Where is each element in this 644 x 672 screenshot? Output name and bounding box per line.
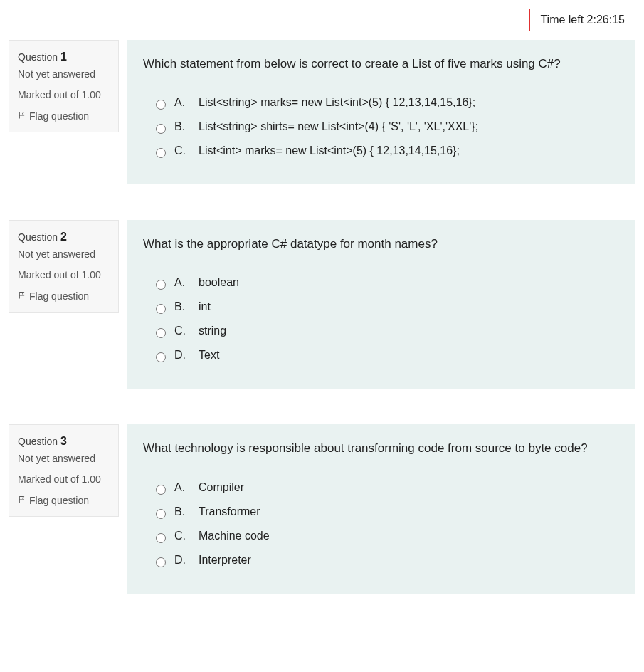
option-row[interactable]: A. boolean bbox=[156, 271, 620, 295]
option-row[interactable]: C. Machine code bbox=[156, 524, 620, 548]
option-radio[interactable] bbox=[156, 148, 166, 158]
option-row[interactable]: A. List<string> marks= new List<int>(5) … bbox=[156, 90, 620, 115]
option-row[interactable]: C. string bbox=[156, 319, 620, 343]
option-text: List<string> marks= new List<int>(5) { 1… bbox=[199, 96, 620, 109]
option-letter: C. bbox=[174, 145, 190, 157]
flag-question-link[interactable]: Flag question bbox=[18, 110, 89, 122]
question-prefix: Question bbox=[18, 436, 58, 447]
question-content: Which statement from below is correct to… bbox=[127, 40, 635, 184]
option-radio[interactable] bbox=[156, 485, 166, 495]
question-marked: Marked out of 1.00 bbox=[18, 473, 110, 486]
option-letter: B. bbox=[174, 120, 190, 133]
flag-icon bbox=[18, 110, 26, 122]
option-row[interactable]: D. Interpreter bbox=[156, 548, 620, 572]
question-marked: Marked out of 1.00 bbox=[18, 88, 110, 102]
question-sidebar: Question 3 Not yet answered Marked out o… bbox=[9, 424, 119, 517]
option-row[interactable]: B. Transformer bbox=[156, 500, 620, 524]
option-radio[interactable] bbox=[156, 557, 166, 567]
option-text: Interpreter bbox=[199, 554, 620, 567]
question-status: Not yet answered bbox=[18, 68, 110, 81]
question-text: What technology is responsible about tra… bbox=[143, 439, 620, 458]
question-number: 1 bbox=[60, 51, 67, 63]
option-text: Machine code bbox=[199, 530, 620, 542]
flag-text: Flag question bbox=[29, 110, 89, 122]
options-list: A. List<string> marks= new List<int>(5) … bbox=[143, 90, 620, 163]
flag-text: Flag question bbox=[29, 495, 89, 506]
quiz-timer: Time left 2:26:15 bbox=[529, 9, 635, 31]
question-prefix: Question bbox=[18, 231, 58, 243]
flag-question-link[interactable]: Flag question bbox=[18, 290, 89, 302]
question-block: Question 2 Not yet answered Marked out o… bbox=[9, 220, 635, 389]
question-text: What is the appropriate C# datatype for … bbox=[143, 234, 620, 253]
flag-icon bbox=[18, 290, 26, 302]
question-status: Not yet answered bbox=[18, 452, 110, 466]
option-letter: D. bbox=[174, 349, 190, 362]
option-text: List<string> shirts= new List<int>(4) { … bbox=[199, 120, 620, 133]
timer-value: 2:26:15 bbox=[587, 14, 625, 26]
option-text: boolean bbox=[199, 276, 620, 289]
option-row[interactable]: B. List<string> shirts= new List<int>(4)… bbox=[156, 115, 620, 139]
question-content: What technology is responsible about tra… bbox=[127, 424, 635, 593]
question-number: 3 bbox=[60, 435, 67, 447]
option-row[interactable]: D. Text bbox=[156, 343, 620, 367]
option-radio[interactable] bbox=[156, 509, 166, 519]
options-list: A. Compiler B. Transformer C. Machine co… bbox=[143, 476, 620, 572]
flag-text: Flag question bbox=[29, 290, 89, 302]
option-radio[interactable] bbox=[156, 100, 166, 110]
question-prefix: Question bbox=[18, 51, 58, 63]
option-radio[interactable] bbox=[156, 304, 166, 314]
option-radio[interactable] bbox=[156, 328, 166, 338]
question-sidebar: Question 2 Not yet answered Marked out o… bbox=[9, 220, 119, 313]
option-radio[interactable] bbox=[156, 280, 166, 290]
flag-question-link[interactable]: Flag question bbox=[18, 495, 89, 506]
question-block: Question 3 Not yet answered Marked out o… bbox=[9, 424, 635, 593]
option-letter: C. bbox=[174, 530, 190, 542]
question-status: Not yet answered bbox=[18, 248, 110, 261]
question-sidebar: Question 1 Not yet answered Marked out o… bbox=[9, 40, 119, 132]
question-content: What is the appropriate C# datatype for … bbox=[127, 220, 635, 389]
option-row[interactable]: C. List<int> marks= new List<int>(5) { 1… bbox=[156, 139, 620, 163]
option-letter: A. bbox=[174, 96, 190, 109]
option-text: Text bbox=[199, 349, 620, 362]
option-letter: B. bbox=[174, 300, 190, 313]
option-text: string bbox=[199, 325, 620, 337]
option-radio[interactable] bbox=[156, 533, 166, 543]
flag-icon bbox=[18, 495, 26, 506]
option-letter: B. bbox=[174, 505, 190, 518]
option-radio[interactable] bbox=[156, 352, 166, 362]
question-text: Which statement from below is correct to… bbox=[143, 54, 620, 73]
question-marked: Marked out of 1.00 bbox=[18, 268, 110, 282]
option-letter: A. bbox=[174, 481, 190, 494]
option-row[interactable]: B. int bbox=[156, 295, 620, 319]
option-text: Transformer bbox=[199, 505, 620, 518]
option-row[interactable]: A. Compiler bbox=[156, 476, 620, 500]
option-radio[interactable] bbox=[156, 124, 166, 134]
option-letter: A. bbox=[174, 276, 190, 289]
question-block: Question 1 Not yet answered Marked out o… bbox=[9, 40, 635, 184]
option-letter: D. bbox=[174, 554, 190, 567]
option-text: int bbox=[199, 300, 620, 313]
timer-label: Time left bbox=[540, 14, 584, 26]
options-list: A. boolean B. int C. string D. Text bbox=[143, 271, 620, 367]
option-text: Compiler bbox=[199, 481, 620, 494]
question-number: 2 bbox=[60, 231, 67, 243]
option-letter: C. bbox=[174, 325, 190, 337]
option-text: List<int> marks= new List<int>(5) { 12,1… bbox=[199, 145, 620, 157]
